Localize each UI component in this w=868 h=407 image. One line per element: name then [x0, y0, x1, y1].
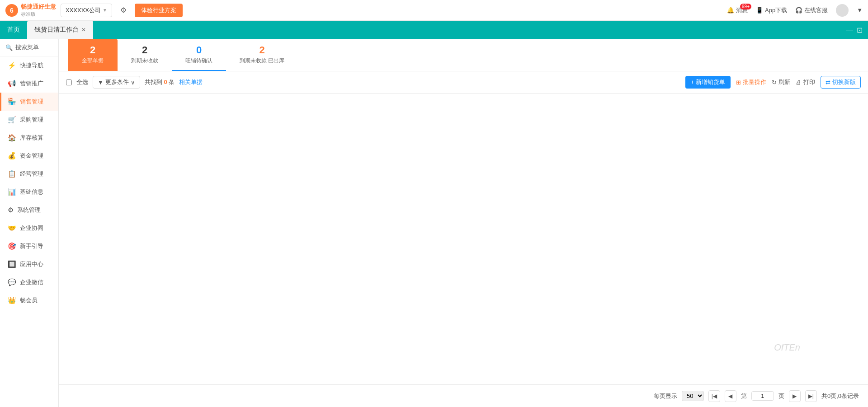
header-right: 🔔 消息 99+ 📱 App下载 🎧 在线客服 ▼: [727, 4, 863, 17]
megaphone-icon: 📢: [8, 80, 16, 88]
next-page-btn[interactable]: ▶: [789, 390, 801, 402]
last-page-btn[interactable]: ▶|: [805, 390, 817, 402]
online-service-label: 在线客服: [804, 6, 828, 14]
app-download-btn[interactable]: 📱 App下载: [756, 6, 787, 14]
sidebar-item-member[interactable]: 👑 畅会员: [0, 291, 58, 309]
clipboard-icon: 📋: [8, 170, 16, 178]
content-area: 2 全部单据 2 到期未收款 0 旺铺待确认 2 到期未收款 已出库 全选: [59, 39, 868, 407]
per-page-label: 每页显示: [654, 392, 677, 400]
tab-workbench-label: 钱货日清工作台: [34, 26, 79, 34]
header-left: 6 畅捷通好生意 标准版 XXXXXX公司 ▼ ⚙ 体验行业方案: [5, 3, 183, 17]
sidebar-item-label: 资金管理: [20, 152, 43, 160]
sidebar-item-inventory[interactable]: 🏠 库存核算: [0, 129, 58, 147]
stat-tab-shipped[interactable]: 2 到期未收款 已出库: [226, 39, 298, 71]
related-link[interactable]: 相关单据: [179, 78, 203, 86]
stat-label-overdue: 到期未收款: [131, 57, 158, 65]
sidebar-item-quick-nav[interactable]: ⚡ 快捷导航: [0, 56, 58, 75]
company-selector[interactable]: XXXXXX公司 ▼: [61, 4, 112, 17]
sidebar-item-label: 新手引导: [20, 242, 43, 250]
tab-home-label: 首页: [7, 26, 20, 34]
print-btn[interactable]: 🖨 打印: [796, 78, 815, 86]
headset-icon: 🎧: [795, 7, 802, 14]
handshake-icon: 🤝: [8, 224, 16, 232]
sidebar-item-label: 快捷导航: [20, 61, 43, 70]
select-all-label: 全选: [76, 78, 88, 86]
toolbar-left: 全选 ▼ 更多条件 ∨ 共找到 0 条 相关单据: [66, 76, 681, 89]
main-layout: 🔍 搜索菜单 ⚡ 快捷导航 📢 营销推广 🏪 销售管理 🛒 采购管理 🏠 库存核…: [0, 39, 868, 407]
batch-btn[interactable]: ⊞ 批量操作: [736, 78, 766, 86]
stat-tab-overdue[interactable]: 2 到期未收款: [118, 39, 172, 71]
avatar[interactable]: [836, 4, 849, 17]
sidebar-item-basic-info[interactable]: 📊 基础信息: [0, 183, 58, 201]
sidebar-item-marketing[interactable]: 📢 营销推广: [0, 75, 58, 93]
sidebar-item-label: 库存核算: [20, 134, 43, 142]
user-menu[interactable]: ▼: [857, 7, 863, 14]
tab-close-icon[interactable]: ✕: [81, 27, 86, 33]
chevron-down-icon: ▼: [103, 8, 107, 13]
batch-btn-label: 批量操作: [743, 78, 766, 86]
stat-number-overdue: 2: [142, 44, 147, 56]
filter-btn[interactable]: ▼ 更多条件 ∨: [93, 76, 140, 89]
stat-tab-all[interactable]: 2 全部单据: [68, 39, 118, 71]
stat-label-pending: 旺铺待确认: [185, 57, 212, 65]
stat-label-shipped: 到期未收款 已出库: [240, 57, 284, 65]
bell-icon: 🔔: [727, 7, 734, 14]
maximize-icon[interactable]: ⊡: [857, 26, 863, 34]
sidebar-item-newbie[interactable]: 🎯 新手引导: [0, 237, 58, 255]
stats-tabs: 2 全部单据 2 到期未收款 0 旺铺待确认 2 到期未收款 已出库: [59, 39, 868, 71]
page-input[interactable]: [751, 391, 774, 401]
settings-icon: ⚙: [8, 206, 14, 214]
toolbar: 全选 ▼ 更多条件 ∨ 共找到 0 条 相关单据 + 新增销货单 ⊞ 批量操作: [59, 71, 868, 94]
search-menu-btn[interactable]: 🔍 搜索菜单: [0, 39, 58, 56]
empty-state: [59, 94, 868, 384]
sidebar-item-wechat[interactable]: 💬 企业微信: [0, 273, 58, 291]
sidebar-item-label: 销售管理: [20, 98, 43, 106]
tab-workbench[interactable]: 钱货日清工作台 ✕: [27, 21, 93, 39]
gear-icon: ⚙: [120, 6, 127, 14]
sidebar-item-purchase[interactable]: 🛒 采购管理: [0, 111, 58, 129]
print-btn-label: 打印: [803, 78, 815, 86]
sidebar-item-label: 经营管理: [20, 170, 43, 178]
logo-area: 6 畅捷通好生意 标准版: [5, 3, 56, 17]
per-page-select[interactable]: 50: [682, 391, 704, 401]
refresh-btn-label: 刷新: [778, 78, 790, 86]
sidebar-item-funds[interactable]: 💰 资金管理: [0, 147, 58, 165]
app-download-label: App下载: [765, 6, 787, 14]
tab-bar: 首页 钱货日清工作台 ✕ — ⊡: [0, 21, 868, 39]
switch-btn-label: 切换新版: [832, 78, 856, 86]
messages-btn[interactable]: 🔔 消息 99+: [727, 6, 748, 14]
sidebar-item-system[interactable]: ⚙ 系统管理: [0, 201, 58, 219]
settings-button[interactable]: ⚙: [117, 4, 130, 17]
sidebar-item-app-center[interactable]: 🔲 应用中心: [0, 255, 58, 273]
prev-page-btn[interactable]: ◀: [725, 390, 736, 402]
grid-icon: 🔲: [8, 260, 16, 268]
toolbar-right: + 新增销货单 ⊞ 批量操作 ↻ 刷新 🖨 打印 ⇄ 切换新版: [685, 76, 861, 89]
refresh-icon: ↻: [772, 79, 777, 86]
tab-home[interactable]: 首页: [0, 21, 27, 39]
logo-icon: 6: [5, 4, 18, 17]
first-page-btn[interactable]: |◀: [708, 390, 720, 402]
sidebar-item-cooperation[interactable]: 🤝 企业协同: [0, 219, 58, 237]
sidebar-item-label: 采购管理: [20, 116, 43, 124]
messages-badge: 99+: [740, 4, 751, 9]
wechat-icon: 💬: [8, 278, 16, 286]
online-service-btn[interactable]: 🎧 在线客服: [795, 6, 828, 14]
money-icon: 💰: [8, 152, 16, 160]
refresh-btn[interactable]: ↻ 刷新: [772, 78, 790, 86]
experience-btn[interactable]: 体验行业方案: [135, 4, 183, 17]
crown-icon: 👑: [8, 296, 16, 304]
sidebar-item-label: 企业微信: [20, 278, 43, 286]
logo-text: 畅捷通好生意 标准版: [21, 3, 56, 17]
minimize-icon[interactable]: —: [846, 26, 853, 34]
sidebar-item-sales[interactable]: 🏪 销售管理: [0, 93, 58, 111]
select-all-checkbox[interactable]: [66, 80, 72, 85]
stat-label-all: 全部单据: [82, 57, 104, 65]
switch-version-btn[interactable]: ⇄ 切换新版: [821, 76, 861, 89]
cart-icon: 🛒: [8, 116, 16, 124]
add-sales-btn[interactable]: + 新增销货单: [685, 76, 731, 89]
sidebar-item-label: 企业协同: [20, 224, 43, 232]
stat-number-all: 2: [90, 44, 95, 56]
store-icon: 🏪: [8, 98, 16, 106]
stat-tab-pending[interactable]: 0 旺铺待确认: [172, 39, 226, 71]
sidebar-item-operations[interactable]: 📋 经营管理: [0, 165, 58, 183]
